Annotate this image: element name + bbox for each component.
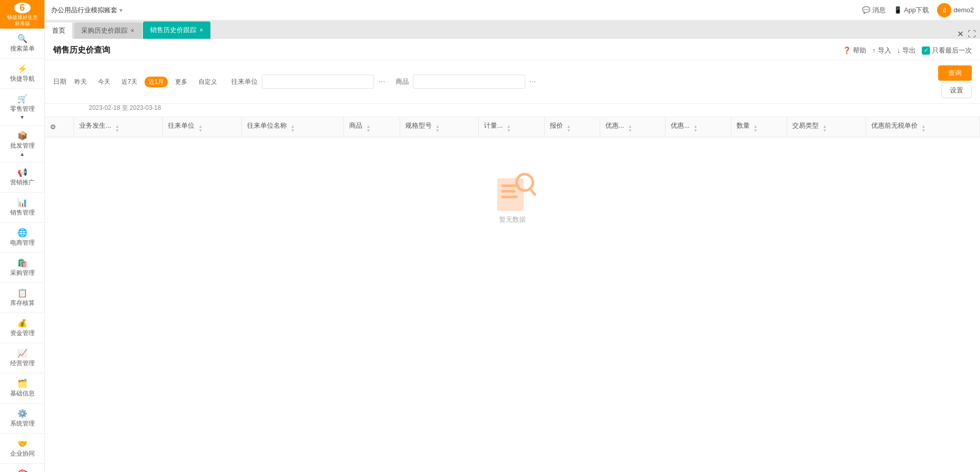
user-name: demo2 — [953, 6, 974, 14]
gear-icon[interactable]: ⚙ — [50, 123, 56, 131]
goods-label: 商品 — [396, 77, 409, 86]
app-download-button[interactable]: 📱 App下载 — [894, 6, 929, 15]
tab-sales-history[interactable]: 销售历史价跟踪 × — [143, 21, 211, 39]
col-header-label: 数量 — [737, 122, 750, 129]
sort-icons: ▲▼ — [435, 125, 439, 133]
newbie-icon: 🎯 — [17, 469, 28, 472]
tab-bar-actions: ✕ ⛶ — [957, 29, 980, 39]
export-button[interactable]: ↓ 导出 — [897, 46, 916, 55]
svg-line-5 — [530, 188, 535, 195]
col-header-label: 优惠... — [671, 122, 690, 129]
template-selector[interactable]: 办公用品行业模拟账套 ▾ — [51, 6, 122, 15]
date-btn-custom[interactable]: 自定义 — [194, 77, 221, 87]
col-partner-name[interactable]: 往来单位名称 ▲▼ — [241, 117, 344, 137]
inventory-icon: 📋 — [17, 288, 28, 298]
date-btn-1month[interactable]: 近1月 — [144, 77, 168, 87]
wholesale-icon: 📦 — [17, 131, 28, 140]
svg-rect-0 — [497, 178, 524, 211]
sidebar-item-sales[interactable]: 📊 销售管理 — [0, 193, 44, 223]
query-button[interactable]: 查询 — [938, 65, 972, 81]
sidebar-item-label: 销售管理 — [10, 208, 35, 217]
table-container[interactable]: ⚙ 业务发生... ▲▼ 往来单位 ▲▼ 往来单位名称 — [45, 117, 980, 472]
filter-actions: 查询 设置 — [938, 65, 972, 98]
tab-close-icon[interactable]: × — [131, 27, 134, 34]
user-menu[interactable]: d demo2 — [937, 3, 974, 17]
sidebar-item-operation[interactable]: 📈 经营管理 — [0, 343, 44, 373]
import-button[interactable]: ↑ 导入 — [872, 46, 891, 55]
goods-filter-group: 商品 ··· — [396, 75, 536, 89]
col-discount1[interactable]: 优惠... ▲▼ — [600, 117, 666, 137]
sidebar-item-retail[interactable]: 🛒 零售管理 ▼ — [0, 89, 44, 126]
col-header-label: 往来单位 — [168, 122, 194, 129]
sidebar-item-label: 经营管理 — [10, 359, 35, 368]
sidebar-item-label: 零售管理 — [10, 105, 35, 113]
col-pre-tax-price[interactable]: 优惠前无税单价 ▲▼ — [866, 117, 979, 137]
filter-bar: 日期 昨天 今天 近7天 近1月 更多 自定义 往来单位 ··· — [45, 60, 980, 104]
quick-nav-icon: ⚡ — [17, 64, 28, 74]
tab-label: 销售历史价跟踪 — [150, 26, 197, 35]
empty-state: 暂无数据 — [45, 137, 980, 255]
sidebar-item-quick-nav[interactable]: ⚡ 快捷导航 — [0, 59, 44, 89]
chevron-down-icon: ▾ — [119, 7, 122, 14]
sidebar-item-marketing[interactable]: 📢 营销推广 — [0, 162, 44, 193]
col-qty[interactable]: 数量 ▲▼ — [731, 117, 787, 137]
sidebar-item-label: 搜索菜单 — [10, 44, 35, 53]
sidebar-item-label: 快捷导航 — [10, 75, 35, 83]
download-icon: 📱 — [894, 6, 902, 14]
sort-icons: ▲▼ — [823, 125, 827, 133]
partner-dots-button[interactable]: ··· — [378, 77, 385, 86]
col-biz-date[interactable]: 业务发生... ▲▼ — [74, 117, 163, 137]
page-header-actions: ❓ 帮助 ↑ 导入 ↓ 导出 只看最后一次 — [843, 46, 972, 55]
sidebar-item-basic[interactable]: 🗂️ 基础信息 — [0, 373, 44, 404]
col-header-label: 优惠... — [605, 122, 624, 129]
sidebar-item-newbie[interactable]: 🎯 新手引导 — [0, 464, 44, 472]
col-price[interactable]: 报价 ▲▼ — [544, 117, 600, 137]
top-bar-right: 💬 消息 📱 App下载 d demo2 — [862, 3, 974, 17]
sidebar-item-inventory[interactable]: 📋 库存核算 — [0, 283, 44, 313]
svg-rect-3 — [501, 196, 518, 198]
sidebar-item-wholesale[interactable]: 📦 批发管理 ▲ — [0, 126, 44, 162]
col-spec[interactable]: 规格型号 ▲▼ — [400, 117, 479, 137]
sort-icons: ▲▼ — [366, 125, 371, 133]
sidebar-item-finance[interactable]: 💰 资金管理 — [0, 313, 44, 343]
col-goods[interactable]: 商品 ▲▼ — [344, 117, 400, 137]
col-discount2[interactable]: 优惠... ▲▼ — [666, 117, 731, 137]
col-trade-type[interactable]: 交易类型 ▲▼ — [787, 117, 866, 137]
purchase-icon: 🛍️ — [17, 258, 28, 268]
inner-page: 销售历史价查询 ❓ 帮助 ↑ 导入 ↓ 导出 — [45, 39, 980, 472]
page-title: 销售历史价查询 — [53, 45, 110, 56]
tab-purchase-history[interactable]: 采购历史价跟踪 × — [74, 22, 142, 39]
sidebar-item-ecommerce[interactable]: 🌐 电商管理 — [0, 223, 44, 253]
col-partner-code[interactable]: 往来单位 ▲▼ — [163, 117, 242, 137]
sidebar-item-enterprise[interactable]: 🤝 企业协同 — [0, 434, 44, 464]
tab-home[interactable]: 首页 — [45, 22, 73, 39]
tab-close-icon[interactable]: × — [200, 27, 203, 34]
top-bar-left: 办公用品行业模拟账套 ▾ — [51, 6, 122, 15]
close-window-icon[interactable]: ✕ — [957, 29, 964, 39]
empty-svg — [492, 168, 538, 214]
logo-text: 畅捷通好生意标准版 — [7, 14, 38, 27]
sort-icons: ▲▼ — [753, 125, 757, 133]
date-btn-yesterday[interactable]: 昨天 — [70, 77, 91, 87]
sidebar-item-system[interactable]: ⚙️ 系统管理 — [0, 404, 44, 434]
date-btn-today[interactable]: 今天 — [94, 77, 114, 87]
only-last-checkbox[interactable]: 只看最后一次 — [922, 46, 972, 55]
partner-input[interactable] — [262, 75, 374, 89]
goods-dots-button[interactable]: ··· — [529, 77, 536, 86]
sort-icons: ▲▼ — [199, 125, 203, 133]
setting-button[interactable]: 设置 — [941, 83, 972, 98]
sidebar-item-search[interactable]: 🔍 搜索菜单 — [0, 29, 44, 59]
date-options: 昨天 今天 近7天 近1月 更多 自定义 — [70, 77, 221, 87]
message-button[interactable]: 💬 消息 — [862, 6, 886, 15]
date-btn-more[interactable]: 更多 — [171, 77, 191, 87]
help-button[interactable]: ❓ 帮助 — [843, 46, 866, 55]
maximize-icon[interactable]: ⛶ — [968, 30, 976, 39]
date-range: 2023-02-18 至 2023-03-18 — [89, 104, 161, 111]
goods-input[interactable] — [413, 75, 525, 89]
sidebar-item-label: 库存核算 — [10, 299, 35, 308]
sidebar-item-purchase[interactable]: 🛍️ 采购管理 — [0, 253, 44, 283]
sort-icons: ▲▼ — [291, 125, 295, 133]
date-btn-7days[interactable]: 近7天 — [117, 77, 141, 87]
col-settings[interactable]: ⚙ — [45, 117, 74, 137]
col-unit[interactable]: 计量... ▲▼ — [479, 117, 544, 137]
